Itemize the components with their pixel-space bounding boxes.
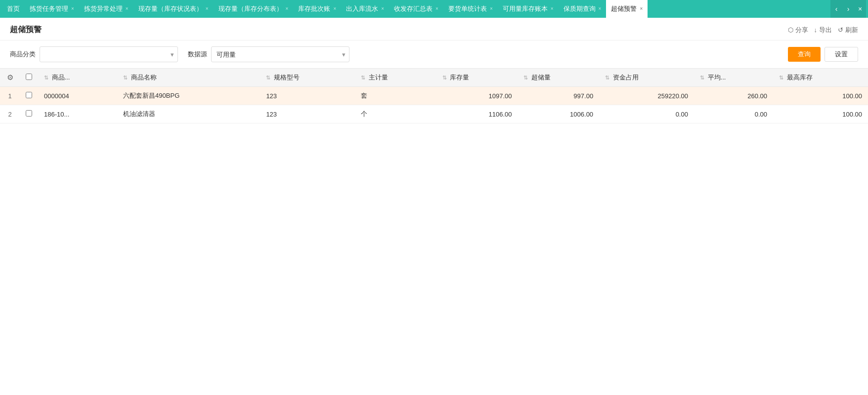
nav-item-home[interactable]: 首页: [2, 0, 25, 18]
refresh-icon: ↺: [838, 26, 843, 34]
row-over: 997.00: [518, 87, 599, 105]
export-icon: ↓: [814, 26, 818, 34]
select-all-checkbox[interactable]: [26, 74, 32, 80]
datasource-select-wrapper: 可用量 库存量: [211, 46, 349, 62]
nav-item-demand[interactable]: 要货单统计表 ×: [443, 0, 498, 18]
category-filter: 商品分类: [10, 46, 178, 62]
close-icon[interactable]: ×: [435, 0, 438, 18]
nav-item-task[interactable]: 拣货任务管理 ×: [25, 0, 79, 18]
col-over[interactable]: 超储量: [518, 69, 599, 87]
row-code: 0000004: [38, 87, 117, 105]
col-unit[interactable]: 主计量: [355, 69, 436, 87]
col-capital[interactable]: 资金占用: [599, 69, 694, 87]
share-button[interactable]: ⬡ 分享: [788, 26, 808, 35]
datasource-filter: 数据源 可用量 库存量: [188, 46, 349, 62]
row-stock: 1097.00: [436, 87, 518, 105]
col-gear: ⚙: [0, 69, 20, 87]
close-icon[interactable]: ×: [490, 0, 493, 18]
row-checkbox-cell: [20, 105, 38, 123]
nav-next-arrow[interactable]: ›: [842, 0, 854, 18]
close-icon[interactable]: ×: [126, 0, 129, 18]
close-icon[interactable]: ×: [333, 0, 336, 18]
nav-item-quality[interactable]: 保质期查询 ×: [559, 0, 607, 18]
filter-bar: 商品分类 数据源 可用量 库存量 查询 设置: [0, 40, 868, 68]
row-avg: 0.00: [694, 105, 773, 123]
nav-item-stock-status[interactable]: 现存量（库存状况表） ×: [133, 0, 214, 18]
col-code[interactable]: 商品...: [38, 69, 117, 87]
row-stock: 1106.00: [436, 105, 518, 123]
datasource-select[interactable]: 可用量 库存量: [211, 46, 349, 62]
close-icon[interactable]: ×: [551, 0, 554, 18]
row-checkbox[interactable]: [26, 110, 32, 117]
col-max[interactable]: 最高库存: [773, 69, 868, 87]
data-table: ⚙ 商品... 商品名称 规格型号 主计量: [0, 68, 868, 123]
row-name: 机油滤清器: [117, 105, 260, 123]
col-name[interactable]: 商品名称: [117, 69, 260, 87]
close-icon[interactable]: ×: [206, 0, 209, 18]
close-icon[interactable]: ×: [599, 0, 602, 18]
category-select[interactable]: [40, 46, 178, 62]
gear-icon[interactable]: ⚙: [7, 73, 13, 81]
row-max: 100.00: [773, 87, 868, 105]
close-icon[interactable]: ×: [381, 0, 384, 18]
page-title: 超储预警: [10, 25, 42, 35]
row-checkbox[interactable]: [26, 92, 32, 98]
row-num: 2: [0, 105, 20, 123]
close-icon[interactable]: ×: [640, 0, 643, 18]
row-unit: 套: [355, 87, 436, 105]
row-max: 100.00: [773, 105, 868, 123]
nav-item-batch[interactable]: 库存批次账 ×: [293, 0, 341, 18]
row-checkbox-cell: [20, 87, 38, 105]
query-button[interactable]: 查询: [788, 47, 821, 62]
nav-item-available[interactable]: 可用量库存账本 ×: [498, 0, 559, 18]
close-icon[interactable]: ×: [71, 0, 74, 18]
row-spec: 123: [260, 87, 355, 105]
col-select-all: [20, 69, 38, 87]
category-label: 商品分类: [10, 50, 36, 59]
refresh-button[interactable]: ↺ 刷新: [838, 26, 858, 35]
settings-button[interactable]: 设置: [825, 47, 858, 62]
nav-item-stock-dist[interactable]: 现存量（库存分布表） ×: [214, 0, 294, 18]
nav-close-arrow[interactable]: ×: [854, 0, 866, 18]
top-nav-bar: 首页 拣货任务管理 × 拣货异常处理 × 现存量（库存状况表） × 现存量（库存…: [0, 0, 868, 18]
table-row: 2 186-10... 机油滤清器 123 个 1106.00 1006.00 …: [0, 105, 868, 123]
page-header: 超储预警 ⬡ 分享 ↓ 导出 ↺ 刷新: [0, 18, 868, 40]
col-spec[interactable]: 规格型号: [260, 69, 355, 87]
row-code: 186-10...: [38, 105, 117, 123]
category-select-wrapper: [40, 46, 178, 62]
row-num: 1: [0, 87, 20, 105]
row-spec: 123: [260, 105, 355, 123]
row-avg: 260.00: [694, 87, 773, 105]
main-content: 超储预警 ⬡ 分享 ↓ 导出 ↺ 刷新 商品分类: [0, 18, 868, 395]
export-button[interactable]: ↓ 导出: [814, 26, 832, 35]
table-header-row: ⚙ 商品... 商品名称 规格型号 主计量: [0, 69, 868, 87]
nav-item-overstock[interactable]: 超储预警 ×: [606, 0, 648, 18]
col-stock[interactable]: 库存量: [436, 69, 518, 87]
row-name: 六配套新昌490BPG: [117, 87, 260, 105]
datasource-label: 数据源: [188, 50, 207, 59]
row-capital: 259220.00: [599, 87, 694, 105]
nav-prev-arrow[interactable]: ‹: [830, 0, 842, 18]
nav-arrows: ‹ › ×: [830, 0, 866, 18]
col-avg[interactable]: 平均...: [694, 69, 773, 87]
row-over: 1006.00: [518, 105, 599, 123]
table-wrapper: ⚙ 商品... 商品名称 规格型号 主计量: [0, 68, 868, 123]
header-actions: ⬡ 分享 ↓ 导出 ↺ 刷新: [788, 26, 859, 35]
table-body: 1 0000004 六配套新昌490BPG 123 套 1097.00 997.…: [0, 87, 868, 123]
row-unit: 个: [355, 105, 436, 123]
action-buttons: 查询 设置: [788, 47, 858, 62]
nav-item-summary[interactable]: 收发存汇总表 ×: [389, 0, 443, 18]
share-icon: ⬡: [788, 26, 793, 34]
nav-item-flow[interactable]: 出入库流水 ×: [341, 0, 389, 18]
nav-item-abnormal[interactable]: 拣货异常处理 ×: [79, 0, 133, 18]
close-icon[interactable]: ×: [286, 0, 289, 18]
row-capital: 0.00: [599, 105, 694, 123]
table-row: 1 0000004 六配套新昌490BPG 123 套 1097.00 997.…: [0, 87, 868, 105]
